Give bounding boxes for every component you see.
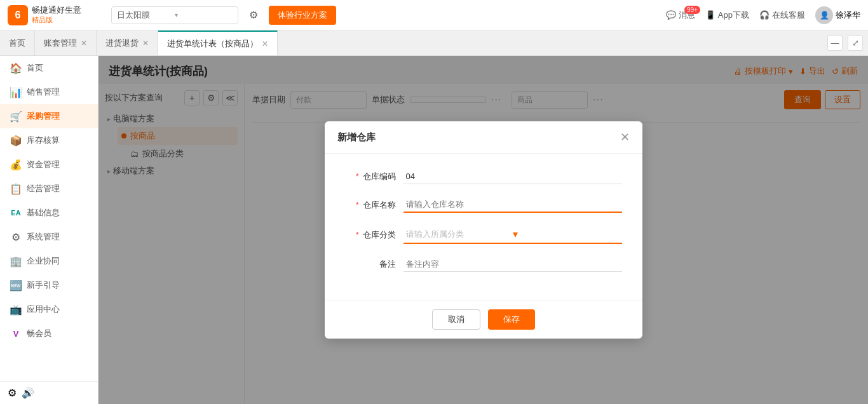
header-right: 💬 消息 99+ 📱 App下载 🎧 在线客服 👤 徐泽华 [666, 6, 860, 24]
tab-home-label: 首页 [9, 37, 25, 49]
sidebar-item-capital-label: 资金管理 [27, 159, 60, 170]
online-service-item[interactable]: 🎧 在线客服 [759, 10, 805, 21]
modal-header: 新增仓库 ✕ [325, 121, 642, 154]
form-row-code: * 仓库编码 [345, 169, 622, 184]
tab-accounts[interactable]: 账套管理 ✕ [35, 30, 97, 55]
sidebar-item-apps[interactable]: 📺 应用中心 [0, 297, 98, 321]
tab-minimize-button[interactable]: — [827, 36, 843, 51]
name-input[interactable] [403, 197, 622, 213]
trial-button[interactable]: 体验行业方案 [269, 6, 336, 25]
main-layout: 🏠 首页 📊 销售管理 🛒 采购管理 📦 库存核算 💰 资金管理 📋 经营管理 … [0, 56, 868, 404]
sidebar-item-guide-label: 新手引导 [27, 279, 60, 291]
sidebar-item-home-label: 首页 [27, 62, 43, 74]
top-header: 6 畅捷通好生意 精品版 日太阳膜 ▾ ⚙ 体验行业方案 💬 消息 99+ 📱 … [0, 0, 868, 30]
tab-purchase-stats[interactable]: 进货单统计表（按商品） ✕ [158, 30, 278, 55]
sidebar-item-inventory[interactable]: 📦 库存核算 [0, 128, 98, 152]
required-mark-code: * [356, 172, 359, 181]
category-select[interactable]: 请输入所属分类 ▾ [403, 226, 622, 244]
sidebar-item-sales[interactable]: 📊 销售管理 [0, 80, 98, 104]
form-row-remark: 备注 [345, 257, 622, 272]
app-label: App下载 [718, 10, 749, 21]
modal-body: * 仓库编码 * 仓库名称 [325, 154, 642, 300]
sidebar-item-basic[interactable]: EA 基础信息 [0, 201, 98, 225]
sidebar-item-apps-label: 应用中心 [27, 304, 60, 315]
sidebar-item-purchase[interactable]: 🛒 采购管理 [0, 104, 98, 128]
sidebar-item-operations[interactable]: 📋 经营管理 [0, 177, 98, 201]
settings-button[interactable]: ⚙ [243, 5, 264, 25]
notification-badge: 99+ [684, 6, 700, 14]
inventory-icon: 📦 [10, 135, 22, 146]
notification-icon: 💬 [666, 10, 676, 20]
tab-bar-end: — ⤢ [827, 30, 868, 55]
tab-bar: 首页 账套管理 ✕ 进货退货 ✕ 进货单统计表（按商品） ✕ — ⤢ [0, 30, 868, 56]
sidebar-item-inventory-label: 库存核算 [27, 135, 60, 146]
tab-home[interactable]: 首页 [0, 30, 35, 55]
modal-title: 新增仓库 [337, 131, 620, 144]
system-icon: ⚙ [10, 231, 22, 243]
form-row-name: * 仓库名称 [345, 197, 622, 213]
settings-bottom-icon[interactable]: ⚙ [8, 387, 17, 399]
sidebar-item-operations-label: 经营管理 [27, 183, 60, 194]
app-icon: 📱 [705, 10, 715, 20]
remark-input[interactable] [403, 257, 622, 272]
member-icon: V [10, 328, 22, 339]
sidebar-item-sales-label: 销售管理 [27, 86, 60, 98]
modal-overlay: 新增仓库 ✕ * 仓库编码 * [98, 56, 868, 404]
sidebar-item-capital[interactable]: 💰 资金管理 [0, 152, 98, 177]
sidebar-item-guide[interactable]: 🆕 新手引导 [0, 273, 98, 297]
name-label: * 仓库名称 [345, 199, 396, 211]
tab-purchase-return-label: 进货退货 [105, 37, 139, 49]
sidebar-item-basic-label: 基础信息 [27, 207, 60, 219]
modal-add-warehouse: 新增仓库 ✕ * 仓库编码 * [325, 121, 642, 339]
avatar: 👤 [815, 6, 833, 24]
user-name: 徐泽华 [836, 10, 860, 21]
required-mark-category: * [356, 230, 359, 239]
sidebar-item-purchase-label: 采购管理 [27, 111, 60, 122]
logo-area: 6 畅捷通好生意 精品版 [8, 5, 106, 25]
modal-close-button[interactable]: ✕ [620, 130, 630, 144]
sidebar-item-home[interactable]: 🏠 首页 [0, 56, 98, 80]
content-area: 进货单统计(按商品) 🖨 按模板打印 ▾ ⬇ 导出 ↺ 刷新 [98, 56, 868, 404]
operations-icon: 📋 [10, 183, 22, 194]
enterprise-icon: 🏢 [10, 255, 22, 267]
tab-accounts-close-icon[interactable]: ✕ [81, 39, 87, 48]
sidebar-item-member-label: 畅会员 [27, 328, 51, 339]
basic-icon: EA [10, 207, 22, 219]
apps-icon: 📺 [10, 304, 22, 315]
capital-icon: 💰 [10, 159, 22, 170]
remark-label: 备注 [345, 259, 396, 270]
tab-expand-button[interactable]: ⤢ [848, 36, 863, 51]
purchase-icon: 🛒 [10, 111, 22, 122]
cancel-button[interactable]: 取消 [432, 309, 480, 330]
required-mark-name: * [356, 200, 359, 210]
header-search: 日太阳膜 ▾ ⚙ 体验行业方案 [111, 5, 666, 25]
volume-icon[interactable]: 🔊 [22, 387, 34, 399]
sidebar-item-system-label: 系统管理 [27, 231, 60, 243]
logo-text: 畅捷通好生意 [32, 5, 81, 16]
search-value: 日太阳膜 [117, 10, 175, 21]
tab-purchase-return[interactable]: 进货退货 ✕ [97, 30, 158, 55]
guide-icon: 🆕 [10, 279, 22, 291]
tab-accounts-label: 账套管理 [44, 37, 77, 49]
service-label: 在线客服 [772, 10, 805, 21]
code-input[interactable] [403, 169, 622, 184]
sidebar-item-enterprise-label: 企业协同 [27, 255, 60, 267]
app-download-item[interactable]: 📱 App下载 [705, 10, 749, 21]
search-input-box[interactable]: 日太阳膜 ▾ [111, 6, 238, 24]
sidebar: 🏠 首页 📊 销售管理 🛒 采购管理 📦 库存核算 💰 资金管理 📋 经营管理 … [0, 56, 98, 404]
notification-item[interactable]: 💬 消息 99+ [666, 10, 695, 21]
sidebar-item-system[interactable]: ⚙ 系统管理 [0, 225, 98, 249]
headset-icon: 🎧 [759, 10, 770, 20]
sales-icon: 📊 [10, 86, 22, 98]
search-arrow-icon: ▾ [175, 11, 233, 18]
tab-purchase-stats-close-icon[interactable]: ✕ [262, 39, 268, 48]
tab-purchase-return-close-icon[interactable]: ✕ [142, 39, 149, 48]
modal-footer: 取消 保存 [325, 300, 642, 339]
sidebar-item-member[interactable]: V 畅会员 [0, 321, 98, 346]
sidebar-bottom: ⚙ 🔊 [0, 381, 98, 404]
save-button[interactable]: 保存 [488, 309, 535, 330]
sidebar-item-enterprise[interactable]: 🏢 企业协同 [0, 249, 98, 273]
logo-icon: 6 [8, 5, 28, 25]
user-area[interactable]: 👤 徐泽华 [815, 6, 860, 24]
home-icon: 🏠 [10, 62, 22, 74]
